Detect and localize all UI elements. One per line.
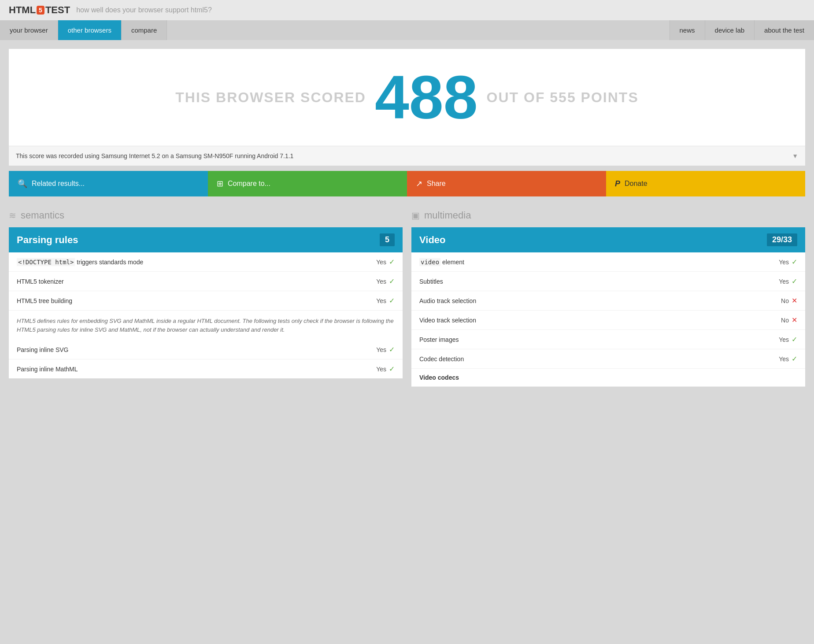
- parsing-rules-extra-table: Parsing inline SVG Yes ✓ Parsing inline …: [9, 340, 403, 378]
- row-name: HTML5 tree building: [17, 297, 364, 304]
- result-label: Yes: [376, 278, 386, 285]
- check-yes-icon: ✓: [389, 365, 395, 373]
- table-row: Parsing inline SVG Yes ✓: [9, 340, 403, 359]
- score-label-left: THIS BROWSER SCORED: [175, 89, 366, 106]
- content-area: ≋ semantics Parsing rules 5 <!DOCTYPE ht…: [9, 210, 805, 396]
- score-label-right: OUT OF 555 POINTS: [487, 89, 639, 106]
- table-row: Parsing inline MathML Yes ✓: [9, 359, 403, 378]
- row-name: Audio track selection: [419, 297, 766, 304]
- header: HTML 5 TEST how well does your browser s…: [0, 0, 814, 20]
- row-result: Yes ✓: [766, 355, 797, 363]
- nav-device-lab[interactable]: device lab: [705, 20, 755, 40]
- row-result: Yes ✓: [364, 258, 395, 266]
- parsing-rules-score: 5: [380, 233, 395, 246]
- semantics-icon: ≋: [9, 210, 16, 221]
- nav-news[interactable]: news: [670, 20, 705, 40]
- check-yes-icon: ✓: [389, 296, 395, 305]
- score-section: THIS BROWSER SCORED 488 OUT OF 555 POINT…: [9, 49, 805, 146]
- logo-test-text: TEST: [45, 4, 70, 16]
- right-column: ▣ multimedia Video 29/33 video element Y…: [411, 210, 805, 396]
- video-score: 29/33: [767, 233, 797, 246]
- logo-badge: 5: [37, 6, 44, 15]
- nav-about-the-test[interactable]: about the test: [754, 20, 814, 40]
- related-results-button[interactable]: 🔍 Related results...: [9, 171, 208, 196]
- related-results-label: Related results...: [32, 180, 85, 188]
- row-result: Yes ✓: [766, 258, 797, 266]
- check-yes-icon: ✓: [792, 355, 797, 363]
- nav-your-browser[interactable]: your browser: [0, 20, 58, 40]
- row-result: Yes ✓: [364, 365, 395, 373]
- table-row: <!DOCTYPE html> triggers standards mode …: [9, 252, 403, 272]
- result-label: Yes: [376, 259, 386, 266]
- check-yes-icon: ✓: [792, 335, 797, 344]
- table-row: Subtitles Yes ✓: [411, 272, 805, 291]
- logo-html-text: HTML: [9, 4, 36, 16]
- score-info-text: This score was recorded using Samsung In…: [16, 152, 293, 159]
- row-name: Parsing inline MathML: [17, 366, 364, 373]
- compare-to-button[interactable]: ⊞ Compare to...: [208, 171, 407, 196]
- table-row: HTML5 tree building Yes ✓: [9, 291, 403, 310]
- parsing-rules-header: Parsing rules 5: [9, 227, 403, 252]
- nav-other-browsers[interactable]: other browsers: [58, 20, 122, 40]
- multimedia-title: multimedia: [424, 210, 471, 221]
- search-icon: 🔍: [18, 179, 27, 189]
- multimedia-section-header: ▣ multimedia: [411, 210, 805, 221]
- row-name: HTML5 tokenizer: [17, 278, 364, 285]
- paypal-icon: P: [615, 179, 620, 189]
- result-label: Yes: [779, 278, 789, 285]
- row-name: Parsing inline SVG: [17, 346, 364, 353]
- semantics-section-header: ≋ semantics: [9, 210, 403, 221]
- logo-html5: HTML 5 TEST: [9, 4, 70, 16]
- table-row: HTML5 tokenizer Yes ✓: [9, 272, 403, 291]
- check-yes-icon: ✓: [389, 258, 395, 266]
- row-result: Yes ✓: [364, 345, 395, 354]
- result-label: Yes: [376, 297, 386, 304]
- row-name: <!DOCTYPE html> triggers standards mode: [17, 259, 364, 266]
- row-name: Video track selection: [419, 317, 766, 324]
- result-label: Yes: [376, 346, 386, 353]
- result-label: Yes: [779, 336, 789, 343]
- table-row: Video track selection No ✕: [411, 311, 805, 330]
- share-button[interactable]: ↗ Share: [407, 171, 606, 196]
- score-number: 488: [375, 67, 478, 128]
- dropdown-arrow-icon[interactable]: ▼: [792, 152, 798, 159]
- row-result: Yes ✓: [766, 335, 797, 344]
- row-name: Subtitles: [419, 278, 766, 285]
- video-title: Video: [419, 234, 446, 246]
- donate-label: Donate: [625, 180, 648, 188]
- result-label: No: [781, 317, 789, 324]
- result-label: Yes: [779, 355, 789, 363]
- row-result: No ✕: [766, 296, 797, 305]
- row-name: Poster images: [419, 336, 766, 343]
- check-no-icon: ✕: [792, 316, 797, 324]
- donate-button[interactable]: P Donate: [606, 171, 805, 196]
- video-table: video element Yes ✓ Subtitles Yes ✓ Audi…: [411, 252, 805, 387]
- row-result: Yes ✓: [364, 296, 395, 305]
- check-yes-icon: ✓: [389, 277, 395, 285]
- check-no-icon: ✕: [792, 296, 797, 305]
- table-row: Audio track selection No ✕: [411, 291, 805, 311]
- parsing-rules-table: <!DOCTYPE html> triggers standards mode …: [9, 252, 403, 310]
- row-name: video element: [419, 259, 766, 266]
- parsing-rules-block: Parsing rules 5 <!DOCTYPE html> triggers…: [9, 227, 403, 378]
- video-header: Video 29/33: [411, 227, 805, 252]
- left-column: ≋ semantics Parsing rules 5 <!DOCTYPE ht…: [9, 210, 403, 396]
- table-row: Poster images Yes ✓: [411, 330, 805, 349]
- nav-right: news device lab about the test: [670, 20, 814, 40]
- compare-to-label: Compare to...: [228, 180, 270, 188]
- result-label: Yes: [779, 259, 789, 266]
- nav-compare[interactable]: compare: [122, 20, 167, 40]
- result-label: Yes: [376, 366, 386, 373]
- row-result: Yes ✓: [364, 277, 395, 285]
- result-label: No: [781, 297, 789, 304]
- row-result: Yes ✓: [766, 277, 797, 285]
- check-yes-icon: ✓: [389, 345, 395, 354]
- check-yes-icon: ✓: [792, 258, 797, 266]
- video-codecs-header: Video codecs: [411, 369, 805, 387]
- semantics-title: semantics: [21, 210, 64, 221]
- action-buttons: 🔍 Related results... ⊞ Compare to... ↗ S…: [9, 171, 805, 196]
- parsing-rules-title: Parsing rules: [17, 234, 78, 246]
- row-name: Codec detection: [419, 355, 766, 363]
- nav: your browser other browsers compare news…: [0, 20, 814, 40]
- nav-left: your browser other browsers compare: [0, 20, 167, 40]
